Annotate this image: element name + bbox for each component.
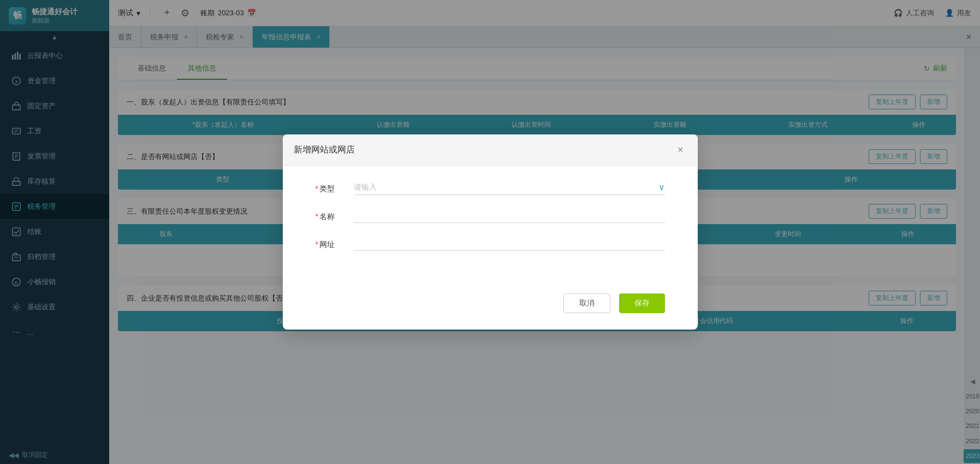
form-row-name: *名称 <box>316 210 665 223</box>
dialog-close-button[interactable]: × <box>674 143 687 157</box>
dialog-overlay: 新增网站或网店 × *类型 ∨ *名称 <box>0 0 980 464</box>
required-star: * <box>316 212 318 221</box>
url-input-wrap <box>354 238 665 251</box>
name-input-wrap <box>354 210 665 223</box>
type-label: *类型 <box>316 184 348 194</box>
dialog-header: 新增网站或网店 × <box>283 134 698 166</box>
add-website-dialog: 新增网站或网店 × *类型 ∨ *名称 <box>283 134 698 330</box>
required-star: * <box>316 184 318 193</box>
name-input[interactable] <box>354 210 665 219</box>
name-label: *名称 <box>316 212 348 222</box>
type-input-wrap: ∨ <box>354 183 665 195</box>
save-button[interactable]: 保存 <box>619 293 665 313</box>
url-label: *网址 <box>316 240 348 250</box>
required-star: * <box>316 240 318 249</box>
type-input[interactable] <box>354 183 665 191</box>
cancel-button[interactable]: 取消 <box>563 293 610 313</box>
form-row-url: *网址 <box>316 238 665 251</box>
form-row-type: *类型 ∨ <box>316 183 665 195</box>
type-dropdown-arrow[interactable]: ∨ <box>658 182 665 192</box>
dialog-body: *类型 ∨ *名称 *网址 <box>283 166 698 283</box>
dialog-footer: 取消 保存 <box>283 283 698 330</box>
dialog-title: 新增网站或网店 <box>294 144 355 156</box>
url-input[interactable] <box>354 238 665 247</box>
